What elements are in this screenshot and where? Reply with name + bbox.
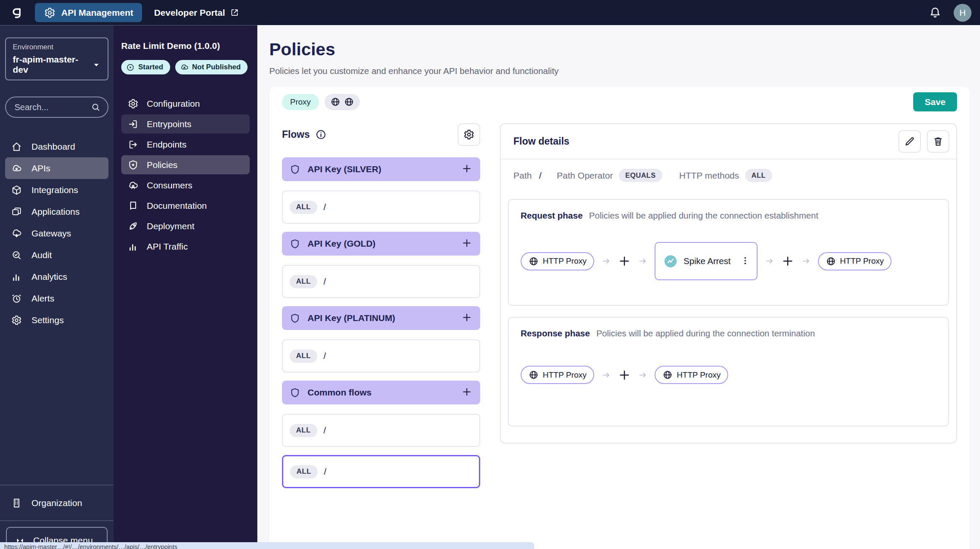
arrow-right-icon xyxy=(601,256,612,267)
main-sidebar: Environment fr-apim-master-dev Dashboard… xyxy=(0,25,114,549)
edit-flow-button[interactable] xyxy=(898,130,921,153)
flow-card[interactable]: ALL/ xyxy=(282,265,480,298)
api-nav-item-endpoints[interactable]: Endpoints xyxy=(121,135,250,154)
shield-icon xyxy=(290,313,300,324)
developer-portal-label: Developer Portal xyxy=(154,8,225,18)
building-icon xyxy=(11,498,22,509)
sidebar-item-dashboard[interactable]: Dashboard xyxy=(5,136,108,157)
flow-group-common-flows[interactable]: Common flows xyxy=(282,381,480,404)
flow-path: / xyxy=(324,276,326,287)
nav-label: Deployment xyxy=(147,221,194,231)
proxy-chip: Proxy xyxy=(282,94,319,110)
add-flow-button[interactable] xyxy=(461,387,473,398)
connector-http-proxy[interactable]: HTTP Proxy xyxy=(521,366,594,384)
external-link-icon xyxy=(230,8,239,17)
flow-card[interactable]: ALL/ xyxy=(282,191,480,224)
save-button[interactable]: Save xyxy=(913,92,957,111)
nav-label: Analytics xyxy=(31,272,67,282)
info-icon[interactable] xyxy=(315,129,327,140)
api-nav-item-deployment[interactable]: Deployment xyxy=(121,216,250,236)
flow-group-name: API Key (SILVER) xyxy=(308,164,381,174)
pencil-icon xyxy=(904,136,915,147)
sidebar-item-apis[interactable]: APIs xyxy=(5,157,108,179)
sidebar-item-applications[interactable]: Applications xyxy=(5,201,108,222)
api-management-label: API Management xyxy=(61,8,133,18)
api-title: Rate Limit Demo (1.0.0) xyxy=(121,41,250,51)
environment-value: fr-apim-master-dev xyxy=(13,54,92,75)
shield-icon xyxy=(290,239,300,249)
http-methods-value: ALL xyxy=(745,169,772,182)
add-flow-button[interactable] xyxy=(461,238,473,250)
nav-label: Configuration xyxy=(147,99,200,109)
nav-label: Consumers xyxy=(147,180,192,191)
add-policy-button[interactable] xyxy=(781,255,794,267)
sidebar-item-settings[interactable]: Settings xyxy=(5,309,108,331)
api-management-button[interactable]: API Management xyxy=(35,3,142,22)
flow-card-selected[interactable]: ALL/ xyxy=(282,455,480,488)
flow-group-api-key-silver[interactable]: API Key (SILVER) xyxy=(282,157,480,181)
bar-chart-icon xyxy=(11,271,22,282)
flow-path-summary: Path / Path Operator EQUALS HTTP methods… xyxy=(501,159,956,191)
phase-description: Policies will be applied during the conn… xyxy=(589,210,818,221)
plus-icon xyxy=(618,255,631,267)
phases: Request phasePolicies will be applied du… xyxy=(501,199,956,427)
add-flow-button[interactable] xyxy=(461,163,473,175)
avatar[interactable]: H xyxy=(954,4,971,22)
add-policy-button[interactable] xyxy=(618,369,631,381)
flows-settings-button[interactable] xyxy=(458,123,480,146)
flow-group-api-key-gold[interactable]: API Key (GOLD) xyxy=(282,232,480,256)
api-nav-item-policies[interactable]: Policies xyxy=(121,155,250,174)
connector-http-proxy[interactable]: HTTP Proxy xyxy=(818,252,892,270)
nav-label: Policies xyxy=(147,160,177,170)
sidebar-item-organization[interactable]: Organization xyxy=(5,492,108,514)
connector-http-proxy[interactable]: HTTP Proxy xyxy=(655,366,728,384)
connector-label: HTTP Proxy xyxy=(543,370,587,380)
connector-http-proxy[interactable]: HTTP Proxy xyxy=(521,252,594,270)
sidebar-item-gateways[interactable]: Gateways xyxy=(5,222,108,244)
sidebar-item-integrations[interactable]: Integrations xyxy=(5,179,108,201)
add-flow-button[interactable] xyxy=(461,312,473,324)
windows-icon xyxy=(11,206,22,217)
api-nav-item-entrypoints[interactable]: Entrypoints xyxy=(121,114,250,134)
sidebar-item-audit[interactable]: Audit xyxy=(5,244,108,266)
nav-label: Gateways xyxy=(31,228,71,239)
developer-portal-link[interactable]: Developer Portal xyxy=(151,7,242,18)
policy-menu-button[interactable] xyxy=(740,254,751,268)
flow-card[interactable]: ALL/ xyxy=(282,339,480,373)
flow-group-name: API Key (PLATINUM) xyxy=(308,313,395,323)
api-nav-item-consumers[interactable]: Consumers xyxy=(121,176,250,195)
arrow-right-icon xyxy=(601,370,612,381)
flow-methods-chip: ALL xyxy=(290,275,317,288)
policy-spike-arrest[interactable]: Spike Arrest xyxy=(655,242,758,280)
globe-icon xyxy=(330,97,341,107)
flow-card[interactable]: ALL/ xyxy=(282,414,480,447)
api-nav-item-configuration[interactable]: Configuration xyxy=(121,94,250,113)
flow-details-heading: Flow details xyxy=(513,136,570,147)
notifications-button[interactable] xyxy=(929,6,942,19)
flow-group-api-key-platinum[interactable]: API Key (PLATINUM) xyxy=(282,306,480,330)
api-nav-item-api-traffic[interactable]: API Traffic xyxy=(121,237,250,256)
nav-label: Audit xyxy=(31,250,52,260)
nav-label: Alerts xyxy=(31,293,54,304)
phase-title: Request phase xyxy=(521,210,583,221)
api-nav-item-documentation[interactable]: Documentation xyxy=(121,196,250,215)
nav-label: Applications xyxy=(31,207,80,217)
globe-icon xyxy=(528,370,539,380)
path-operator-value: EQUALS xyxy=(619,169,662,182)
sidebar-item-analytics[interactable]: Analytics xyxy=(5,266,108,287)
sidebar-item-alerts[interactable]: Alerts xyxy=(5,287,108,309)
arrow-right-icon xyxy=(637,370,648,381)
flows-heading: Flows xyxy=(282,129,310,140)
flow-methods-chip: ALL xyxy=(290,350,317,363)
alarm-clock-icon xyxy=(11,293,22,304)
response-phase-box: Response phasePolicies will be applied d… xyxy=(508,317,949,427)
environment-select[interactable]: Environment fr-apim-master-dev xyxy=(5,37,108,80)
top-bar: API Management Developer Portal H xyxy=(0,0,980,25)
flow-group-name: API Key (GOLD) xyxy=(308,239,376,249)
page-title: Policies xyxy=(269,40,970,60)
shield-icon xyxy=(290,387,300,398)
arrow-right-icon xyxy=(764,256,775,267)
delete-flow-button[interactable] xyxy=(927,130,949,153)
add-policy-button[interactable] xyxy=(618,255,631,267)
avatar-initial: H xyxy=(959,8,966,18)
